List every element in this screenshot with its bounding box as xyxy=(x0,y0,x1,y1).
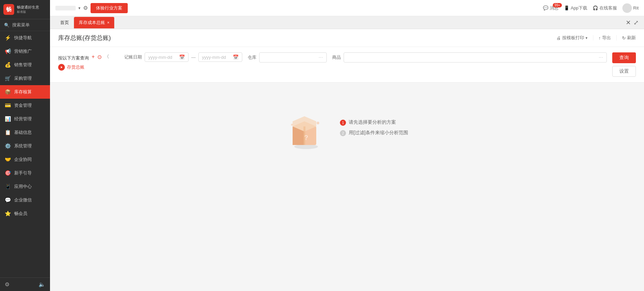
filter-collapse-button[interactable]: 《 xyxy=(104,54,109,60)
calendar-start-icon[interactable]: 📅 xyxy=(179,54,185,60)
industry-btn[interactable]: 体验行业方案 xyxy=(91,3,128,13)
empty-tips: 1 请先选择要分析的方案 2 用[过滤]条件来缩小分析范围 xyxy=(340,119,408,140)
sidebar-item-marketing[interactable]: 📢 营销推广 xyxy=(0,45,50,58)
sidebar-logo: 畅 畅捷通好生意 标准版 xyxy=(0,0,50,19)
svg-point-1 xyxy=(294,144,318,149)
sales-icon: 💰 xyxy=(5,62,11,68)
marketing-icon: 📢 xyxy=(5,48,11,54)
user-name: Rit xyxy=(633,5,639,10)
basic-icon: 📋 xyxy=(5,129,11,136)
date-end-input[interactable]: yyyy-mm-dd 📅 xyxy=(198,52,242,62)
app-name: 畅捷通好生意 xyxy=(17,5,39,10)
headset-icon: 🎧 xyxy=(593,5,598,10)
phone-icon: 📱 xyxy=(564,5,569,10)
content-area: 库存总账(存货总账) 🖨 按模板打印 ▾ ↑ 导出 ↻ 刷新 xyxy=(50,29,644,291)
tab-active-label: 库存成本总账 xyxy=(79,20,105,26)
print-dropdown-icon[interactable]: ▾ xyxy=(586,36,588,40)
online-service-btn[interactable]: 🎧 在线客服 xyxy=(593,5,617,11)
sidebar-nav: ⚡ 快捷导航 📢 营销推广 💰 销售管理 🛒 采购管理 📦 库存核算 💳 资金管… xyxy=(0,31,50,277)
sidebar-item-sales[interactable]: 💰 销售管理 xyxy=(0,58,50,72)
main-area: ▾ ⚙ 体验行业方案 💬 消息 99+ 📱 App下载 🎧 在线客服 Rit xyxy=(50,0,644,291)
page-title: 库存总账(存货总账) xyxy=(58,34,111,42)
sidebar-item-label: 企业协同 xyxy=(14,156,32,163)
sidebar-item-inventory[interactable]: 📦 库存核算 xyxy=(0,85,50,99)
inventory-icon: 📦 xyxy=(5,89,11,95)
divider xyxy=(593,35,593,41)
sidebar-item-operation[interactable]: 📊 经营管理 xyxy=(0,112,50,126)
warehouse-more-icon[interactable]: ··· xyxy=(319,54,323,60)
page-header: 库存总账(存货总账) 🖨 按模板打印 ▾ ↑ 导出 ↻ 刷新 xyxy=(50,29,644,47)
setting-button[interactable]: 设置 xyxy=(612,66,636,77)
newbie-icon: 🎯 xyxy=(5,170,11,176)
sidebar-item-newbie[interactable]: 🎯 新手引导 xyxy=(0,166,50,180)
schema-item[interactable]: 存货总账 xyxy=(58,64,119,73)
message-btn[interactable]: 💬 消息 99+ xyxy=(543,5,559,11)
warehouse-select[interactable]: ··· xyxy=(259,52,327,63)
speaker-icon[interactable]: 🔈 xyxy=(39,281,45,288)
app-logo-icon: 畅 xyxy=(3,4,14,15)
calendar-end-icon[interactable]: 📅 xyxy=(233,54,239,60)
tab-expand-button[interactable]: ⤢ xyxy=(634,19,639,26)
tab-home[interactable]: 首页 xyxy=(55,17,74,28)
export-icon: ↑ xyxy=(599,35,601,41)
appstore-icon: 📱 xyxy=(5,184,11,190)
dropdown-icon[interactable]: ▾ xyxy=(78,6,80,10)
divider2 xyxy=(616,35,617,41)
svg-text:?: ? xyxy=(304,134,308,141)
sidebar: 畅 畅捷通好生意 标准版 🔍 搜索菜单 ⚡ 快捷导航 📢 营销推广 💰 销售管理… xyxy=(0,0,50,291)
sidebar-item-label: 营销推广 xyxy=(14,48,32,54)
topbar: ▾ ⚙ 体验行业方案 💬 消息 99+ 📱 App下载 🎧 在线客服 Rit xyxy=(50,0,644,16)
sidebar-item-enterprise[interactable]: 🤝 企业协同 xyxy=(0,153,50,166)
tip-num-1: 1 xyxy=(340,120,346,126)
sidebar-item-wechat[interactable]: 💬 企业微信 xyxy=(0,193,50,207)
print-btn[interactable]: 🖨 按模板打印 ▾ xyxy=(556,35,588,41)
svg-point-6 xyxy=(291,124,293,126)
warehouse-label: 仓库 xyxy=(248,54,256,60)
print-icon: 🖨 xyxy=(556,35,561,41)
tabbar: 首页 库存成本总账 × ✕ ⤢ xyxy=(50,16,644,29)
sidebar-item-basic[interactable]: 📋 基础信息 xyxy=(0,126,50,139)
tab-home-label: 首页 xyxy=(60,20,69,26)
date-start-placeholder: yyyy-mm-dd xyxy=(148,55,172,60)
tab-inventory-ledger[interactable]: 库存成本总账 × xyxy=(74,17,115,28)
search-icon: 🔍 xyxy=(4,23,9,28)
sidebar-item-label: 应用中心 xyxy=(14,184,32,190)
enterprise-icon: 🤝 xyxy=(5,156,11,163)
app-download-btn[interactable]: 📱 App下载 xyxy=(564,5,587,11)
query-button[interactable]: 查询 xyxy=(612,52,636,63)
product-more-icon[interactable]: ··· xyxy=(599,54,603,60)
svg-point-5 xyxy=(317,122,319,124)
tab-right-actions: ✕ ⤢ xyxy=(626,19,644,26)
filter-right-actions: 查询 设置 xyxy=(612,52,636,77)
sidebar-item-member[interactable]: ⭐ 畅会员 xyxy=(0,207,50,220)
date-start-input[interactable]: yyyy-mm-dd 📅 xyxy=(145,52,189,62)
filter-settings-button[interactable]: ⊙ xyxy=(97,54,102,60)
product-select[interactable]: ··· xyxy=(344,52,607,63)
sidebar-search[interactable]: 🔍 搜索菜单 xyxy=(0,19,50,31)
sidebar-item-label: 采购管理 xyxy=(14,75,32,81)
date-end-placeholder: yyyy-mm-dd xyxy=(202,55,226,60)
settings-icon[interactable]: ⚙ xyxy=(5,281,9,288)
filter-add-button[interactable]: + xyxy=(92,54,95,60)
gear-icon[interactable]: ⚙ xyxy=(83,5,88,11)
user-avatar[interactable]: Rit xyxy=(622,3,639,13)
page-header-actions: 🖨 按模板打印 ▾ ↑ 导出 ↻ 刷新 xyxy=(556,35,636,41)
sidebar-item-appstore[interactable]: 📱 应用中心 xyxy=(0,180,50,193)
app-badge: 标准版 xyxy=(17,10,39,14)
sidebar-item-finance[interactable]: 💳 资金管理 xyxy=(0,99,50,112)
topbar-left: ▾ ⚙ 体验行业方案 xyxy=(55,3,540,13)
tip-text-2: 用[过滤]条件来缩小分析范围 xyxy=(349,130,408,136)
tip-text-1: 请先选择要分析的方案 xyxy=(349,119,396,125)
tab-close-button[interactable]: ✕ xyxy=(626,19,631,26)
filter-section-label: 按以下方案查询 xyxy=(58,52,89,61)
schema-icon xyxy=(58,64,65,71)
tab-close-icon[interactable]: × xyxy=(107,20,109,25)
refresh-btn[interactable]: ↻ 刷新 xyxy=(622,35,636,41)
search-label: 搜索菜单 xyxy=(12,22,30,28)
sidebar-item-quick-nav[interactable]: ⚡ 快捷导航 xyxy=(0,31,50,45)
sidebar-item-label: 企业微信 xyxy=(14,197,32,203)
sidebar-item-purchase[interactable]: 🛒 采购管理 xyxy=(0,72,50,85)
sidebar-item-label: 基础信息 xyxy=(14,129,32,136)
export-btn[interactable]: ↑ 导出 xyxy=(599,35,611,41)
sidebar-item-system[interactable]: ⚙️ 系统管理 xyxy=(0,139,50,153)
